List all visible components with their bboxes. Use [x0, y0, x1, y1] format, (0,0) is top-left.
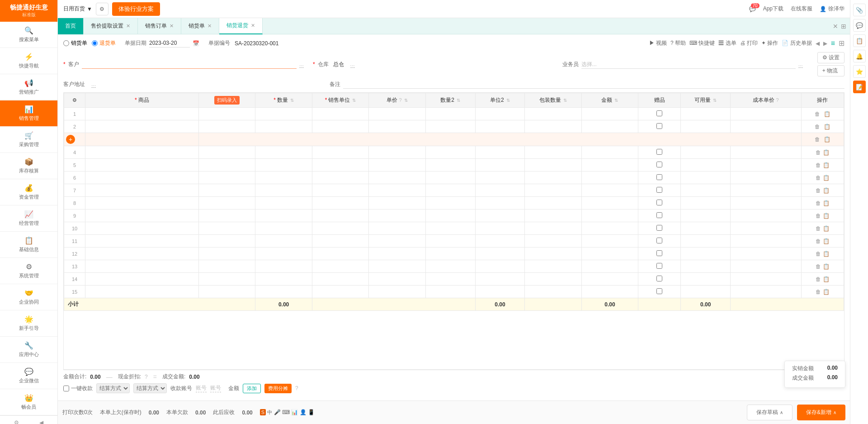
delete-icon-5[interactable]: 🗑 — [816, 162, 821, 168]
settlement-method-select[interactable]: 结算方式 — [96, 383, 130, 393]
tab-sales-return[interactable]: 销货退货 ✕ — [219, 18, 263, 34]
history-btn[interactable]: 📄 历史单据 — [782, 39, 811, 47]
sidebar-item-search[interactable]: 🔍 搜索菜单 — [0, 22, 57, 48]
gift-checkbox-12[interactable] — [656, 250, 662, 256]
online-service-link[interactable]: 在线客服 — [791, 5, 812, 13]
save-new-button[interactable]: 保存&新增 ∧ — [797, 405, 845, 420]
one-key-payment-label[interactable]: 一键收款 — [63, 385, 93, 392]
sidebar-item-purchase[interactable]: 🛒 采购管理 — [0, 127, 57, 153]
sidebar-item-wechat[interactable]: 💬 企业微信 — [0, 363, 57, 389]
radio-sale-label[interactable]: 销货单 — [63, 39, 87, 47]
sidebar-item-marketing[interactable]: 📢 营销推广 — [0, 74, 57, 100]
unit-price-cell-1[interactable] — [369, 108, 425, 120]
scan-input-button[interactable]: 扫码录入 — [214, 96, 240, 105]
keyboard-icon[interactable]: ⌨ — [282, 409, 290, 415]
unit2-sort-icon[interactable]: ⇅ — [506, 98, 510, 103]
radio-sale[interactable] — [63, 40, 69, 46]
sidebar-item-appstore[interactable]: 🔧 应用中心 — [0, 337, 57, 363]
gift-checkbox-14[interactable] — [656, 276, 662, 281]
copy-icon-10[interactable]: 📋 — [823, 225, 830, 232]
amount-cell-2[interactable] — [581, 120, 638, 133]
gift-checkbox-7[interactable] — [656, 187, 662, 193]
copy-icon-1[interactable]: 📋 — [824, 111, 830, 117]
amount-sort-icon[interactable]: ⇅ — [614, 98, 618, 103]
logistics-button[interactable]: + 物流 — [817, 65, 844, 76]
col-gear[interactable]: ⚙ — [64, 93, 85, 108]
radio-return-label[interactable]: 退货单 — [92, 39, 116, 47]
shortcut-btn[interactable]: ⌨ 快捷键 — [689, 39, 715, 47]
quantity2-cell-1[interactable] — [425, 108, 475, 120]
delete-icon-10[interactable]: 🗑 — [816, 225, 821, 232]
customer-addr-link[interactable]: ... — [91, 81, 96, 88]
sales-unit-sort-icon[interactable]: ⇅ — [352, 98, 356, 103]
account-select-link[interactable]: 账号 — [196, 384, 207, 392]
delete-icon-9[interactable]: 🗑 — [816, 213, 821, 219]
ime-icon[interactable]: S — [260, 409, 266, 415]
tab-sales[interactable]: 销货单 ✕ — [181, 18, 219, 34]
delete-icon-6[interactable]: 🗑 — [816, 175, 821, 181]
delete-icon-3[interactable]: 🗑 — [815, 136, 820, 143]
topbar-settings-button[interactable]: ⚙ — [96, 3, 108, 15]
cash-discount-help-icon[interactable]: ? — [145, 374, 148, 380]
tab-home[interactable]: 首页 — [58, 18, 84, 34]
right-panel-btn-2[interactable]: 💬 — [853, 19, 866, 32]
right-panel-btn-6[interactable]: 📝 — [853, 81, 866, 93]
help-btn[interactable]: ? 帮助 — [670, 39, 686, 47]
amount-cell-1[interactable] — [581, 108, 638, 120]
unit-price-cell-2[interactable] — [369, 120, 425, 133]
sidebar-settings-icon[interactable]: ⚙ — [14, 419, 19, 424]
sales-unit-cell-1[interactable] — [312, 108, 368, 120]
tab-sales-return-close[interactable]: ✕ — [251, 23, 255, 29]
next-record-icon[interactable]: ▶ — [823, 40, 827, 47]
delete-icon-1[interactable]: 🗑 — [815, 111, 820, 117]
salesperson-end-link[interactable]: ... — [798, 61, 803, 68]
product-cell-1[interactable] — [85, 108, 199, 120]
sidebar-item-guide[interactable]: 🌟 新手引导 — [0, 310, 57, 337]
copy-icon-3[interactable]: 📋 — [824, 136, 830, 143]
delete-icon-7[interactable]: 🗑 — [816, 187, 821, 194]
delete-icon-14[interactable]: 🗑 — [816, 276, 821, 282]
fee-split-button[interactable]: 费用分摊 — [264, 384, 292, 393]
copy-icon-13[interactable]: 📋 — [823, 263, 830, 270]
copy-icon-5[interactable]: 📋 — [823, 162, 830, 168]
calendar-icon[interactable]: 📅 — [193, 40, 199, 47]
tab-price-setting[interactable]: 售价提取设置 ✕ — [84, 18, 138, 34]
chart-icon[interactable]: 📊 — [291, 409, 298, 415]
tab-sales-order[interactable]: 销售订单 ✕ — [138, 18, 181, 34]
date-input[interactable] — [149, 39, 190, 48]
quantity-cell-1[interactable] — [255, 108, 312, 120]
delete-icon-8[interactable]: 🗑 — [816, 200, 821, 206]
person-icon[interactable]: 👤 — [300, 409, 307, 415]
one-key-payment-checkbox[interactable] — [63, 386, 69, 391]
tab-sales-order-close[interactable]: ✕ — [170, 23, 174, 29]
sidebar-item-inventory[interactable]: 📦 库存核算 — [0, 153, 57, 179]
delete-icon-4[interactable]: 🗑 — [816, 149, 821, 156]
delete-icon-13[interactable]: 🗑 — [816, 263, 821, 270]
package-qty-cell-2[interactable] — [525, 120, 581, 133]
delete-icon-12[interactable]: 🗑 — [816, 251, 821, 257]
message-icon-wrapper[interactable]: 💬 70 — [749, 6, 756, 12]
phone-icon[interactable]: 📱 — [308, 409, 315, 415]
sidebar-item-business[interactable]: 📈 经营管理 — [0, 205, 57, 232]
tab-sales-close[interactable]: ✕ — [208, 23, 212, 29]
list-view-icon[interactable]: ≡ — [831, 39, 835, 48]
account-extra-link[interactable]: 账号 — [210, 384, 221, 392]
right-panel-btn-3[interactable]: 📋 — [853, 34, 866, 47]
customer-select-link[interactable]: ... — [299, 61, 304, 68]
operation-btn[interactable]: ✦ 操作 — [761, 39, 778, 47]
customer-input[interactable] — [82, 60, 297, 69]
prev-record-icon[interactable]: ◀ — [816, 40, 820, 47]
product-cell-2[interactable] — [85, 120, 199, 133]
copy-icon-8[interactable]: 📋 — [823, 200, 830, 206]
gift-checkbox-15[interactable] — [656, 288, 662, 294]
right-panel-btn-1[interactable]: 📎 — [853, 4, 866, 16]
sidebar-item-finance[interactable]: 💰 资金管理 — [0, 179, 57, 205]
cost-unit-help-icon[interactable]: ? — [776, 97, 778, 103]
copy-icon-15[interactable]: 📋 — [823, 289, 830, 295]
gift-checkbox-10[interactable] — [656, 225, 662, 231]
right-panel-btn-5[interactable]: ⭐ — [853, 65, 866, 78]
right-panel-btn-4[interactable]: 🔔 — [853, 50, 866, 62]
sidebar-collapse-icon[interactable]: ◀ — [39, 419, 43, 424]
trial-button[interactable]: 体验行业方案 — [112, 2, 160, 16]
user-info[interactable]: 👤 徐泽华 — [820, 5, 844, 13]
